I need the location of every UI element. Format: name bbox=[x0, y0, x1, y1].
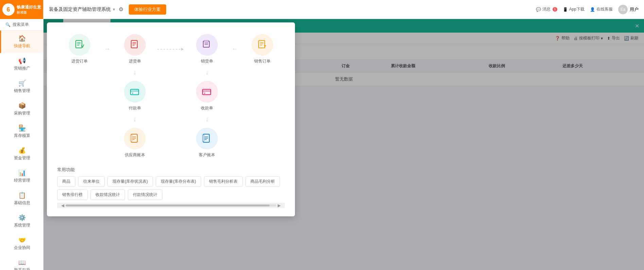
purchase-order-icon bbox=[69, 34, 90, 56]
purchase-order-label: 进货订单 bbox=[71, 58, 88, 64]
header-title: 装备及固定资产辅助管理系统 bbox=[49, 6, 111, 13]
experience-btn[interactable]: 体验行业方案 bbox=[129, 4, 166, 15]
dropdown-arrow-icon[interactable]: ▾ bbox=[113, 7, 115, 12]
scrollbar-track[interactable] bbox=[66, 204, 276, 206]
app-download-item[interactable]: 📱 App下载 bbox=[563, 6, 585, 12]
payment-bill-icon: ¥ bbox=[124, 81, 146, 103]
service-icon: 👤 bbox=[590, 7, 595, 12]
message-item[interactable]: 💬 消息 6 bbox=[536, 6, 557, 12]
func-buttons: 商品 往来单位 现存量(库存状况表) 现存量(库存分布表) 销售毛利分析表 商品… bbox=[57, 176, 285, 187]
sales-bill-icon bbox=[196, 34, 218, 56]
settings-icon[interactable]: ⚙ bbox=[119, 6, 123, 13]
operation-icon: 📊 bbox=[18, 169, 26, 177]
svg-text:¥: ¥ bbox=[132, 92, 134, 95]
base-icon: 📋 bbox=[18, 192, 26, 199]
dialog-body: 进货订单 → 进货单 bbox=[47, 22, 295, 216]
sidebar: 6 畅康通好生意 标准版 🔍 搜索菜单 🏠 快捷导航 📢 营销推广 🛒 销售管理… bbox=[0, 0, 43, 270]
sidebar-search[interactable]: 🔍 搜索菜单 bbox=[0, 19, 43, 31]
flow-node-sales-order[interactable]: 销售订单 bbox=[240, 31, 285, 68]
flow-node-purchase-bill[interactable]: 进货单 bbox=[112, 31, 158, 68]
nav-label-system: 系统管理 bbox=[14, 222, 30, 228]
app-download-label: App下载 bbox=[569, 6, 585, 12]
sidebar-item-inventory[interactable]: 🏪 库存核算 bbox=[0, 120, 43, 143]
dialog-overlay: 进货订单 → 进货单 bbox=[43, 19, 644, 270]
func-btn-6[interactable]: 销售排行榜 bbox=[57, 190, 88, 200]
sales-icon: 🛒 bbox=[18, 79, 26, 87]
online-service-item[interactable]: 👤 在线客服 bbox=[590, 6, 613, 12]
flow-node-payment-bill[interactable]: ¥ 付款单 bbox=[112, 77, 158, 114]
system-icon: ⚙️ bbox=[18, 214, 26, 221]
sidebar-nav: 🏠 快捷导航 📢 营销推广 🛒 销售管理 📦 采购管理 🏪 库存核算 💰 资金管… bbox=[0, 31, 43, 270]
nav-label-guide: 新手引导 bbox=[14, 267, 30, 270]
customer-ledger-icon bbox=[196, 128, 218, 149]
sales-order-label: 销售订单 bbox=[254, 58, 271, 64]
svg-rect-30 bbox=[130, 135, 132, 142]
func-btn-8[interactable]: 付款情况统计 bbox=[128, 190, 162, 200]
sidebar-item-operation[interactable]: 📊 经营管理 bbox=[0, 165, 43, 187]
nav-label-quick: 快捷导航 bbox=[14, 43, 30, 49]
sidebar-item-quick[interactable]: 🏠 快捷导航 bbox=[0, 31, 43, 53]
receipt-bill-label: 收款单 bbox=[201, 105, 213, 111]
header: 装备及固定资产辅助管理系统 ▾ ⚙ 体验行业方案 💬 消息 6 📱 App下载 … bbox=[43, 0, 644, 19]
marketing-icon: 📢 bbox=[18, 57, 26, 65]
svg-rect-13 bbox=[204, 40, 209, 42]
scrollbar-handle[interactable] bbox=[66, 204, 269, 206]
func-btn-0[interactable]: 商品 bbox=[57, 176, 75, 187]
purchase-bill-icon bbox=[124, 34, 146, 56]
download-icon: 📱 bbox=[563, 7, 568, 12]
down-arrow-payment: ↓ bbox=[112, 114, 158, 124]
down-arrow-purchase-bill: ↓ bbox=[112, 68, 158, 77]
flow-node-purchase-order[interactable]: 进货订单 bbox=[57, 31, 102, 68]
sidebar-item-purchase[interactable]: 📦 采购管理 bbox=[0, 98, 43, 120]
svg-marker-9 bbox=[181, 48, 184, 51]
sidebar-item-base[interactable]: 📋 基础信息 bbox=[0, 187, 43, 210]
func-btn-1[interactable]: 往来单位 bbox=[78, 176, 105, 187]
logo-title: 畅康通好生意 bbox=[17, 4, 41, 10]
flow-node-customer-ledger[interactable]: 客户账本 bbox=[185, 124, 230, 161]
logo-icon: 6 bbox=[2, 3, 15, 16]
common-functions-title: 常用功能 bbox=[57, 167, 285, 173]
user-area[interactable]: Ea 用户 bbox=[618, 5, 639, 14]
nav-label-collab: 企业协同 bbox=[14, 245, 30, 251]
receipt-bill-icon: ¥ bbox=[196, 81, 218, 103]
func-btn-7[interactable]: 收款情况统计 bbox=[90, 190, 125, 200]
customer-ledger-label: 客户账本 bbox=[199, 152, 215, 158]
nav-label-purchase: 采购管理 bbox=[14, 110, 30, 116]
supplier-ledger-label: 供应商账本 bbox=[125, 152, 145, 158]
gap-arrow bbox=[157, 46, 185, 53]
nav-label-marketing: 营销推广 bbox=[14, 66, 30, 71]
arrow-sales-order-to-bill: ← bbox=[230, 46, 240, 53]
sales-order-icon bbox=[251, 34, 273, 56]
func-btn-3[interactable]: 现存量(库存分布表) bbox=[156, 176, 201, 187]
func-btn-2[interactable]: 现存量(库存状况表) bbox=[107, 176, 153, 187]
sidebar-item-marketing[interactable]: 📢 营销推广 bbox=[0, 53, 43, 75]
payment-bill-label: 付款单 bbox=[129, 105, 141, 111]
nav-label-sales: 销售管理 bbox=[14, 88, 30, 94]
svg-rect-35 bbox=[203, 135, 204, 142]
flow-node-sales-bill[interactable]: 销货单 bbox=[185, 31, 230, 68]
nav-label-operation: 经营管理 bbox=[14, 178, 30, 183]
svg-text:¥: ¥ bbox=[204, 92, 206, 95]
sidebar-item-guide[interactable]: 📖 新手引导 bbox=[0, 255, 43, 270]
online-service-label: 在线客服 bbox=[596, 6, 613, 12]
sidebar-item-system[interactable]: ⚙️ 系统管理 bbox=[0, 210, 43, 232]
func-btn-5[interactable]: 商品毛利分析 bbox=[245, 176, 280, 187]
flow-node-supplier-ledger[interactable]: 供应商账本 bbox=[112, 124, 158, 161]
flow-node-receipt-bill[interactable]: ¥ 收款单 bbox=[185, 77, 230, 114]
scroll-right-icon[interactable]: ▶ bbox=[276, 203, 282, 208]
sidebar-item-finance[interactable]: 💰 资金管理 bbox=[0, 143, 43, 165]
purchase-bill-label: 进货单 bbox=[129, 58, 141, 64]
func-btn-4[interactable]: 销售毛利分析表 bbox=[204, 176, 243, 187]
scrollbar-area: ◀ ▶ bbox=[57, 203, 285, 208]
scroll-left-icon[interactable]: ◀ bbox=[60, 203, 66, 208]
svg-rect-4 bbox=[131, 40, 137, 48]
message-badge: 6 bbox=[553, 7, 557, 12]
search-icon: 🔍 bbox=[5, 22, 11, 27]
nav-label-base: 基础信息 bbox=[14, 200, 30, 206]
flow-dialog: 进货订单 → 进货单 bbox=[47, 22, 295, 216]
sidebar-item-sales[interactable]: 🛒 销售管理 bbox=[0, 75, 43, 98]
message-label: 消息 bbox=[542, 6, 551, 12]
func-buttons-row2: 销售排行榜 收款情况统计 付款情况统计 bbox=[57, 190, 285, 200]
supplier-ledger-icon bbox=[124, 128, 146, 149]
sidebar-item-collab[interactable]: 🤝 企业协同 bbox=[0, 232, 43, 255]
